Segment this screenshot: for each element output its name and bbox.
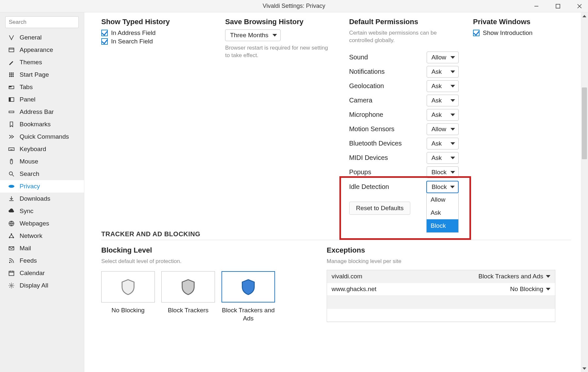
sidebar-item-label: Mail [20, 245, 31, 252]
perm-label: Bluetooth Devices [349, 140, 402, 147]
sidebar-item-general[interactable]: General [0, 31, 84, 44]
window-close-button[interactable] [573, 0, 586, 12]
chevron-down-icon [450, 157, 455, 159]
sidebar-item-label: Address Bar [20, 108, 54, 116]
svg-rect-18 [9, 98, 11, 101]
exception-level-select[interactable]: No Blocking [510, 286, 550, 293]
tabs-icon [8, 84, 15, 91]
perm-select-popups[interactable]: Block [427, 166, 459, 178]
scroll-down-icon[interactable] [581, 365, 588, 372]
perm-select-microphone[interactable]: Ask [427, 109, 459, 121]
sidebar-item-label: Display All [20, 282, 48, 289]
scroll-thumb[interactable] [582, 87, 587, 159]
blocking-card-trackers[interactable]: Block Trackers [161, 271, 215, 322]
blocking-card-trackers-ads[interactable]: Block Trackers and Ads [221, 271, 275, 322]
exception-row[interactable]: vivaldi.com Block Trackers and Ads [327, 270, 555, 283]
mail-icon [8, 245, 15, 252]
svg-point-7 [11, 72, 12, 73]
exception-row[interactable] [327, 296, 555, 309]
dropdown-option-allow[interactable]: Allow [427, 193, 458, 206]
chevron-down-icon [272, 34, 277, 37]
perm-label: Sound [349, 54, 368, 61]
sidebar-item-calendar[interactable]: Calendar [0, 267, 84, 279]
sidebar-item-tabs[interactable]: Tabs [0, 81, 84, 93]
perm-row-geolocation: GeolocationAsk [349, 80, 459, 92]
exception-row[interactable]: www.ghacks.net No Blocking [327, 283, 555, 296]
sidebar-item-webpages[interactable]: Webpages [0, 217, 84, 230]
exception-level-select[interactable]: Block Trackers and Ads [478, 273, 550, 280]
perm-select-geolocation[interactable]: Ask [427, 80, 459, 92]
chevron-down-icon [450, 171, 455, 174]
scroll-up-icon[interactable] [581, 12, 588, 20]
sidebar-item-themes[interactable]: Themes [0, 56, 84, 69]
blocking-card-none[interactable]: No Blocking [101, 271, 155, 322]
browsing-history-select[interactable]: Three Months [225, 29, 281, 41]
exception-row[interactable] [327, 309, 555, 322]
sidebar-item-start-page[interactable]: Start Page [0, 69, 84, 81]
perm-select-camera[interactable]: Ask [427, 95, 459, 106]
sidebar-item-network[interactable]: Network [0, 230, 84, 242]
cloud-icon [8, 208, 15, 215]
sidebar-item-privacy[interactable]: Privacy [0, 180, 84, 193]
scrollbar[interactable] [581, 12, 588, 372]
sidebar-item-quick-commands[interactable]: Quick Commands [0, 131, 84, 143]
sidebar-item-sync[interactable]: Sync [0, 205, 84, 217]
perm-select-sound[interactable]: Allow [427, 52, 459, 63]
reset-defaults-button[interactable]: Reset to Defaults [349, 202, 411, 215]
svg-point-32 [11, 234, 12, 235]
rss-icon [8, 257, 15, 264]
check-in-address-field[interactable]: In Address Field [101, 29, 209, 37]
chevron-down-icon [450, 85, 455, 87]
sidebar-item-feeds[interactable]: Feeds [0, 255, 84, 267]
sidebar-item-panel[interactable]: Panel [0, 93, 84, 106]
sidebar-item-label: Network [20, 232, 42, 240]
idle-detection-dropdown[interactable]: AllowAskBlock [426, 193, 458, 233]
sidebar-item-display-all[interactable]: Display All [0, 279, 84, 292]
perm-label: Microphone [349, 111, 384, 118]
perm-select-midi-devices[interactable]: Ask [427, 152, 459, 164]
sidebar-item-downloads[interactable]: Downloads [0, 193, 84, 205]
sidebar-item-label: Mouse [20, 158, 38, 165]
sidebar-item-label: Feeds [20, 257, 37, 264]
window-minimize-button[interactable] [530, 0, 543, 12]
perm-row-motion-sensors: Motion SensorsAllow [349, 123, 459, 135]
window-maximize-button[interactable] [551, 0, 564, 12]
perm-select-bluetooth-devices[interactable]: Ask [427, 138, 459, 149]
perm-select-notifications[interactable]: Ask [427, 66, 459, 78]
dropdown-option-ask[interactable]: Ask [427, 206, 458, 219]
search-input[interactable] [5, 16, 79, 28]
chevron-down-icon [450, 142, 455, 145]
vivaldi-icon [8, 34, 15, 41]
svg-point-34 [13, 237, 14, 238]
perm-label: Camera [349, 97, 372, 104]
window-title: Vivaldi Settings: Privacy [263, 3, 325, 9]
svg-rect-4 [9, 48, 14, 52]
perm-row-notifications: NotificationsAsk [349, 66, 459, 78]
sidebar-item-search[interactable]: Search [0, 168, 84, 180]
sidebar-item-mail[interactable]: Mail [0, 242, 84, 255]
perm-select-idle-detection[interactable]: Block [426, 181, 458, 193]
checkbox-icon [101, 38, 108, 45]
chevron-down-icon [450, 56, 455, 59]
sidebar-item-mouse[interactable]: Mouse [0, 155, 84, 168]
sidebar-item-appearance[interactable]: Appearance [0, 44, 84, 56]
dropdown-option-block[interactable]: Block [427, 219, 458, 232]
sidebar-item-keyboard[interactable]: Keyboard [0, 143, 84, 155]
sidebar-item-address-bar[interactable]: Address Bar [0, 106, 84, 118]
svg-point-8 [12, 72, 13, 73]
sidebar-item-bookmarks[interactable]: Bookmarks [0, 118, 84, 131]
svg-rect-16 [9, 86, 12, 87]
checkbox-icon [101, 30, 108, 36]
perm-label: Notifications [349, 68, 385, 75]
check-in-search-field[interactable]: In Search Field [101, 38, 209, 45]
perm-label: Geolocation [349, 82, 384, 90]
sidebar-item-label: Search [20, 170, 39, 178]
sidebar-item-label: Appearance [20, 46, 53, 54]
svg-point-33 [9, 237, 10, 238]
sidebar-item-label: General [20, 34, 42, 41]
perm-select-motion-sensors[interactable]: Allow [427, 123, 459, 135]
check-show-introduction[interactable]: Show Introduction [473, 29, 571, 37]
chevron-down-icon [450, 128, 455, 131]
svg-point-9 [9, 74, 10, 75]
perm-label: Popups [349, 168, 371, 176]
